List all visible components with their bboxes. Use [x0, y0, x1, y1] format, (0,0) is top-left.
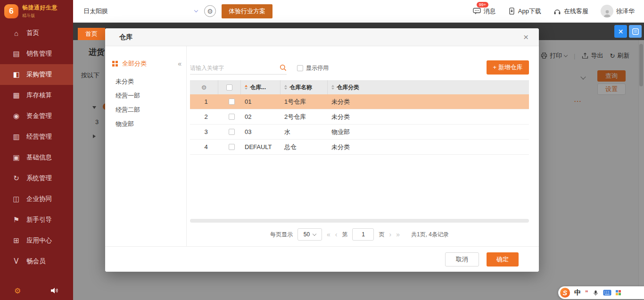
brand-edition-badge: 精斗版: [22, 13, 58, 19]
company-select[interactable]: 日太阳膜: [83, 7, 198, 16]
search-icon[interactable]: [280, 64, 287, 71]
dialog-footer: 取消 确定: [105, 246, 539, 272]
per-page-select[interactable]: 50: [297, 228, 322, 241]
trial-solution-button[interactable]: 体验行业方案: [222, 4, 272, 18]
help-widget-button[interactable]: [629, 25, 642, 38]
add-warehouse-button[interactable]: + 新增仓库: [487, 60, 529, 75]
close-x-icon: ✕: [618, 28, 624, 35]
sidebar-item-label: 首页: [26, 29, 39, 37]
sidebar-item-label: 基础信息: [26, 153, 52, 162]
last-page-button[interactable]: »: [396, 231, 400, 238]
sidebar-item-label: 企业协同: [26, 195, 52, 203]
row-index: 1: [190, 94, 218, 109]
tab-home[interactable]: 首页: [78, 28, 105, 40]
cell-category: 物业部: [328, 125, 529, 139]
horizontal-scrollbar[interactable]: [190, 219, 529, 223]
table-header-row: ⚙ 仓库... 仓库名称 仓库分类: [190, 80, 529, 94]
messages-label: 消息: [484, 7, 496, 16]
basic-info-icon: ▣: [12, 153, 20, 162]
cell-code: 01: [241, 94, 281, 109]
sidebar-nav: ⌂ 首页 ▤ 销售管理 ◧ 采购管理 ▦ 库存核算 ◉ 资金管理 ▥ 经营管理 …: [0, 23, 73, 300]
app-center-icon: ⊞: [12, 236, 20, 245]
category-panel: 全部分类 « 未分类 经营一部 经营二部 物业部: [105, 46, 187, 272]
settings-gear-button[interactable]: ⚙: [204, 5, 216, 17]
sidebar-item-system[interactable]: ↻ 系统管理: [0, 168, 73, 189]
confirm-button[interactable]: 确定: [487, 252, 519, 267]
sort-icons[interactable]: [245, 85, 248, 90]
table-row[interactable]: 4 DEFAULT 总仓 未分类: [190, 140, 529, 155]
keyboard-icon[interactable]: [603, 290, 611, 296]
microphone-icon[interactable]: [593, 290, 599, 296]
records-summary: 共1页, 4条记录: [411, 231, 449, 239]
page-label-prefix: 第: [342, 231, 347, 239]
app-download-button[interactable]: App下载: [508, 7, 541, 16]
messages-button[interactable]: 99+ 消息: [473, 7, 496, 16]
all-categories-item[interactable]: 全部分类: [122, 59, 147, 68]
table-row[interactable]: 1 01 1号仓库 未分类: [190, 94, 529, 109]
ime-menu-grid-icon[interactable]: [616, 290, 621, 296]
category-item[interactable]: 未分类: [105, 75, 186, 89]
first-page-button[interactable]: «: [327, 231, 330, 238]
table-row[interactable]: 2 02 2号仓库 未分类: [190, 109, 529, 125]
show-disabled-checkbox[interactable]: [297, 65, 303, 71]
funds-icon: ◉: [12, 112, 20, 120]
column-header-name[interactable]: 仓库名称: [281, 80, 328, 94]
sidebar-item-inventory[interactable]: ▦ 库存核算: [0, 85, 73, 106]
row-checkbox[interactable]: [229, 99, 235, 105]
column-header-category[interactable]: 仓库分类: [328, 80, 529, 94]
row-checkbox[interactable]: [229, 144, 235, 150]
sidebar-item-guide[interactable]: ⚑ 新手引导: [0, 209, 73, 230]
cell-category: 未分类: [328, 109, 529, 124]
sidebar-item-basic-info[interactable]: ▣ 基础信息: [0, 147, 73, 168]
row-checkbox[interactable]: [229, 114, 235, 120]
column-header-code[interactable]: 仓库...: [241, 80, 281, 94]
collapse-panel-button[interactable]: «: [178, 60, 182, 67]
sidebar-item-app-center[interactable]: ⊞ 应用中心: [0, 230, 73, 251]
prev-page-button[interactable]: ‹: [335, 231, 338, 238]
table-row[interactable]: 3 03 水 物业部: [190, 125, 529, 140]
sidebar-settings-gear-icon[interactable]: ⚙: [14, 286, 21, 295]
ime-punctuation-icon[interactable]: ”: [585, 289, 588, 296]
sidebar-item-operations[interactable]: ▥ 经营管理: [0, 126, 73, 147]
operations-icon: ▥: [12, 133, 20, 141]
close-widget-button[interactable]: ✕: [614, 25, 627, 38]
mute-speaker-icon[interactable]: [50, 287, 59, 294]
sidebar-item-label: 系统管理: [26, 174, 52, 183]
sidebar-item-sales[interactable]: ▤ 销售管理: [0, 43, 73, 64]
close-icon[interactable]: ×: [523, 33, 528, 42]
select-all-checkbox[interactable]: [226, 84, 232, 91]
sort-icons[interactable]: [284, 85, 287, 90]
category-item[interactable]: 经营一部: [105, 89, 186, 103]
ime-mode-indicator[interactable]: 中: [574, 289, 581, 297]
category-item[interactable]: 经营二部: [105, 103, 186, 117]
chevron-down-icon: [194, 8, 198, 12]
page-input[interactable]: [352, 228, 374, 241]
search-input[interactable]: [190, 65, 280, 71]
sidebar-item-home[interactable]: ⌂ 首页: [0, 23, 73, 43]
category-item[interactable]: 物业部: [105, 117, 186, 131]
app-download-label: App下载: [518, 7, 541, 16]
messages-count-badge: 99+: [477, 2, 488, 8]
next-page-button[interactable]: ›: [389, 231, 391, 238]
sales-icon: ▤: [12, 50, 20, 58]
per-page-label: 每页显示: [270, 231, 293, 239]
sidebar-item-funds[interactable]: ◉ 资金管理: [0, 106, 73, 126]
sidebar-item-member[interactable]: Ⅴ 畅会员: [0, 251, 73, 272]
online-service-button[interactable]: 在线客服: [553, 7, 588, 16]
sort-icons[interactable]: [331, 85, 334, 90]
sidebar-item-collaboration[interactable]: ◫ 企业协同: [0, 189, 73, 209]
sogou-logo-icon[interactable]: S: [560, 288, 570, 298]
user-account[interactable]: 徐泽华: [601, 5, 635, 17]
sidebar-item-label: 畅会员: [26, 257, 46, 266]
cell-category: 未分类: [328, 94, 529, 109]
chevron-down-icon: [313, 232, 316, 235]
sidebar-item-label: 新手引导: [26, 216, 52, 224]
sidebar-item-label: 采购管理: [26, 70, 52, 79]
cell-code: 03: [241, 125, 281, 139]
cancel-button[interactable]: 取消: [445, 252, 479, 267]
search-box: [190, 61, 287, 75]
sidebar-item-purchase[interactable]: ◧ 采购管理: [0, 64, 73, 85]
row-checkbox[interactable]: [229, 129, 235, 135]
column-settings-icon[interactable]: ⚙: [201, 84, 207, 91]
cell-name: 总仓: [281, 140, 328, 154]
